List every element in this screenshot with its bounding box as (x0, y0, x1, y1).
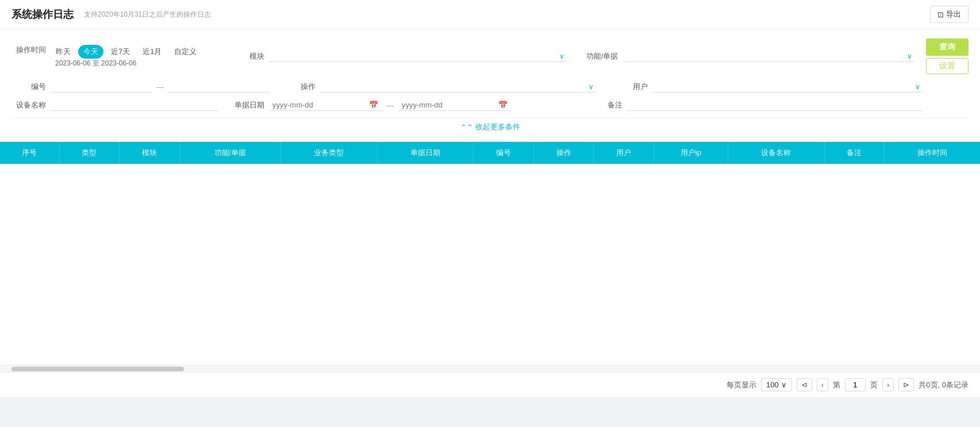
voucher-date-filter-group: 单据日期 📅 — 📅 (230, 99, 571, 111)
page-label: 第 (833, 380, 840, 390)
function-chevron-icon: ∨ (907, 52, 912, 60)
filter-row-1: 操作时间 昨天 今天 近7天 近1月 自定义 2023-06-06 至 2023… (11, 39, 969, 74)
time-btn-7days[interactable]: 近7天 (106, 45, 135, 59)
col-remark: 备注 (824, 142, 884, 164)
number-input-end-wrap (168, 81, 270, 93)
function-filter-group: 功能/单据 ∨ (578, 51, 915, 62)
remark-input-wrap (627, 99, 923, 111)
time-btn-today[interactable]: 今天 (78, 45, 103, 59)
remark-label: 备注 (582, 100, 622, 110)
empty-area (0, 164, 980, 365)
export-button[interactable]: ⊡ 导出 (930, 6, 969, 23)
module-filter-group: 模块 ∨ (230, 51, 567, 62)
col-user: 用户 (594, 142, 654, 164)
page-header: 系统操作日志 支持2020年10月31日之后产生的操作日志 ⊡ 导出 (0, 0, 980, 29)
page-next-button[interactable]: › (882, 378, 894, 391)
scrollbar-thumb[interactable] (11, 367, 184, 371)
device-filter-group: 设备名称 (11, 99, 218, 111)
voucher-date-label: 单据日期 (230, 100, 264, 110)
user-chevron-icon: ∨ (915, 83, 920, 91)
number-input-start-wrap (51, 81, 152, 93)
col-op-time: 操作时间 (884, 142, 980, 164)
page-subtitle: 支持2020年10月31日之后产生的操作日志 (84, 10, 211, 20)
action-buttons: 查询 设置 (926, 39, 969, 74)
pagination-bar: 每页显示 100 ∨ ⊲ ‹ 第 页 › ⊳ 共0页, 0条记录 (0, 372, 980, 397)
table-header-row: 序号 类型 模块 功能/单据 业务类型 单据日期 编号 操作 用户 用户ip 设… (0, 142, 980, 164)
time-label: 操作时间 (11, 45, 46, 55)
number-input-end[interactable] (171, 82, 267, 91)
number-filter-group: 编号 — (11, 81, 270, 93)
settings-button[interactable]: 设置 (926, 58, 969, 74)
page-last-button[interactable]: ⊳ (898, 378, 914, 391)
per-page-chevron-icon: ∨ (781, 380, 787, 389)
date-start-input[interactable] (272, 101, 369, 109)
col-voucher-date: 单据日期 (377, 142, 474, 164)
col-module: 模块 (120, 142, 179, 164)
page-prev-button[interactable]: ‹ (817, 378, 828, 391)
table-container: 序号 类型 模块 功能/单据 业务类型 单据日期 编号 操作 用户 用户ip 设… (0, 142, 980, 365)
page-total: 共0页, 0条记录 (918, 380, 969, 390)
operation-chevron-icon: ∨ (589, 83, 594, 91)
page-title: 系统操作日志 (11, 7, 74, 21)
date-start-wrap: 📅 (269, 99, 382, 111)
operation-filter-group: 操作 ∨ (281, 82, 596, 93)
per-page-label: 每页显示 (727, 380, 756, 390)
collapse-bar[interactable]: ⌃⌃ 收起更多条件 (11, 118, 969, 136)
operation-label: 操作 (281, 82, 316, 92)
col-function: 功能/单据 (179, 142, 280, 164)
user-label: 用户 (608, 82, 648, 92)
date-end-input[interactable] (402, 101, 498, 109)
calendar-start-icon[interactable]: 📅 (369, 101, 378, 109)
page-number-input[interactable] (845, 378, 866, 391)
export-label: 导出 (946, 9, 961, 20)
page-first-button[interactable]: ⊲ (797, 378, 812, 391)
col-operation: 操作 (533, 142, 593, 164)
device-label: 设备名称 (11, 100, 46, 110)
number-input-start[interactable] (53, 82, 149, 91)
module-label: 模块 (230, 51, 264, 61)
module-chevron-icon: ∨ (559, 52, 564, 60)
filter-row-3: 设备名称 单据日期 📅 — 📅 备注 (11, 99, 969, 111)
query-button[interactable]: 查询 (926, 39, 969, 56)
function-select[interactable]: ∨ (623, 51, 915, 62)
time-btn-yesterday[interactable]: 昨天 (51, 45, 76, 59)
function-label: 功能/单据 (578, 51, 618, 61)
col-user-ip: 用户ip (654, 142, 728, 164)
col-type: 类型 (59, 142, 119, 164)
date-dash: — (386, 101, 394, 110)
remark-input[interactable] (629, 101, 921, 109)
time-btn-custom[interactable]: 自定义 (169, 45, 202, 59)
data-table: 序号 类型 模块 功能/单据 业务类型 单据日期 编号 操作 用户 用户ip 设… (0, 142, 980, 164)
filter-area: 操作时间 昨天 今天 近7天 近1月 自定义 2023-06-06 至 2023… (0, 29, 980, 142)
date-end-wrap: 📅 (398, 99, 511, 111)
col-device-name: 设备名称 (728, 142, 824, 164)
col-business-type: 业务类型 (281, 142, 378, 164)
device-input-wrap (51, 99, 218, 111)
operation-select[interactable]: ∨ (320, 82, 596, 93)
user-filter-group: 用户 ∨ (608, 82, 969, 93)
filter-row-2: 编号 — 操作 ∨ 用户 ∨ (11, 81, 969, 93)
per-page-select[interactable]: 100 ∨ (761, 378, 792, 391)
calendar-end-icon[interactable]: 📅 (498, 101, 508, 109)
header-left: 系统操作日志 支持2020年10月31日之后产生的操作日志 (11, 7, 211, 21)
table-header: 序号 类型 模块 功能/单据 业务类型 单据日期 编号 操作 用户 用户ip 设… (0, 142, 980, 164)
module-select[interactable]: ∨ (269, 51, 567, 62)
per-page-value: 100 (766, 380, 779, 389)
collapse-arrow-icon: ⌃⌃ (460, 123, 473, 132)
time-controls: 昨天 今天 近7天 近1月 自定义 2023-06-06 至 2023-06-0… (51, 45, 202, 68)
device-input[interactable] (53, 101, 216, 109)
user-select[interactable]: ∨ (652, 82, 923, 93)
time-btn-1month[interactable]: 近1月 (137, 45, 167, 59)
number-dash: — (156, 83, 164, 91)
export-icon: ⊡ (937, 10, 944, 19)
col-number: 编号 (474, 142, 533, 164)
time-filter-group: 操作时间 昨天 今天 近7天 近1月 自定义 2023-06-06 至 2023… (11, 45, 218, 68)
horizontal-scrollbar[interactable] (0, 365, 980, 372)
collapse-label: 收起更多条件 (475, 122, 520, 132)
page-unit: 页 (870, 380, 878, 390)
time-range-display: 2023-06-06 至 2023-06-06 (55, 59, 202, 68)
remark-filter-group: 备注 (582, 99, 969, 111)
number-label: 编号 (11, 82, 46, 92)
time-buttons: 昨天 今天 近7天 近1月 自定义 (51, 45, 202, 59)
col-sequence: 序号 (0, 142, 59, 164)
